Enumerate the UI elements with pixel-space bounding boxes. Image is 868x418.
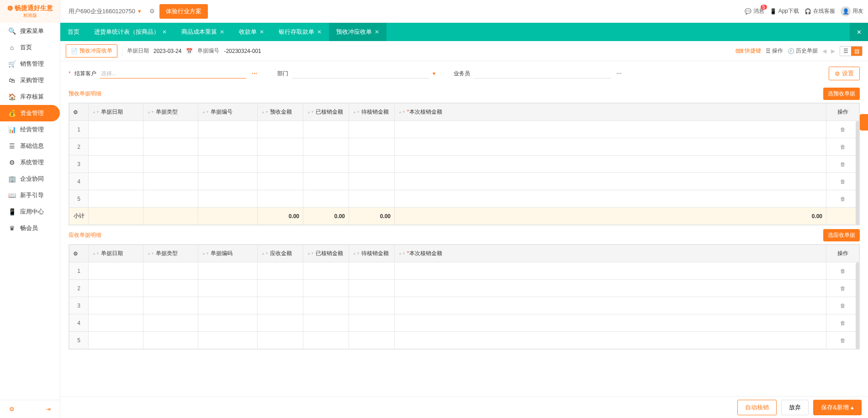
table-row[interactable]: 4🗑 (69, 314, 859, 332)
col-label: 已核销金额 (316, 250, 343, 256)
col-date[interactable]: ▲▼单据日期 (89, 245, 143, 262)
col-written[interactable]: ▲▼已核销金额 (303, 245, 349, 262)
close-icon[interactable]: ✕ (317, 29, 322, 35)
prev-icon[interactable]: ◀ (822, 48, 826, 54)
col-written[interactable]: ▲▼已核销金额 (303, 104, 349, 121)
sub-tab[interactable]: 📄预收冲应收单 (66, 44, 117, 57)
more-icon[interactable]: ⋯ (250, 70, 259, 77)
delete-icon[interactable]: 🗑 (826, 190, 859, 208)
chevron-down-icon[interactable]: ▾ (433, 70, 435, 77)
scrollbar[interactable] (856, 121, 859, 225)
col-type[interactable]: ▲▼单据类型 (143, 104, 198, 121)
messages-button[interactable]: 💬 消息 5 (745, 7, 764, 15)
trial-button[interactable]: 体验行业方案 (159, 4, 208, 19)
table-row[interactable]: 3🗑 (69, 156, 859, 173)
tab-cost-recalc[interactable]: 商品成本重算✕ (174, 23, 232, 41)
table-row[interactable]: 5🗑 (69, 332, 859, 349)
header-gear-icon[interactable]: ⚙ (149, 8, 155, 15)
delete-icon[interactable]: 🗑 (826, 332, 859, 349)
table-row[interactable]: 1🗑 (69, 121, 859, 138)
scrollbar[interactable] (856, 262, 859, 349)
sidebar-item-sales[interactable]: 🛒销售管理 (0, 56, 60, 72)
sidebar-item-purchase[interactable]: 🛍采购管理 (0, 72, 60, 89)
delete-icon[interactable]: 🗑 (826, 138, 859, 156)
close-all-tabs[interactable]: ✕ (850, 23, 868, 41)
side-handle[interactable] (860, 114, 868, 131)
delete-icon[interactable]: 🗑 (826, 262, 859, 280)
sidebar-item-appcenter[interactable]: 📱应用中心 (0, 204, 60, 220)
view-detail-button[interactable]: ▤ (851, 47, 862, 56)
delete-icon[interactable]: 🗑 (826, 121, 859, 138)
org-selector[interactable]: 用户690企业1660120750 ▾ (65, 7, 145, 16)
subtotal-prepay: 0.00 (258, 208, 303, 225)
service-button[interactable]: 🎧在线客服 (804, 7, 835, 15)
table-row[interactable]: 3🗑 (69, 297, 859, 314)
col-receivable[interactable]: ▲▼应收金额 (258, 245, 303, 262)
discard-button[interactable]: 放弃 (781, 400, 809, 415)
sidebar-item-stock[interactable]: 🏠库存核算 (0, 89, 60, 105)
calendar-icon[interactable]: 📅 (186, 48, 193, 54)
sidebar-item-biz[interactable]: 📊经营管理 (0, 121, 60, 138)
select-prepay-button[interactable]: 选预收单据 (823, 88, 860, 100)
sort-icon: ▲▼ (398, 252, 406, 255)
subtotal-written: 0.00 (303, 208, 349, 225)
close-icon[interactable]: ✕ (259, 29, 264, 35)
settings-button[interactable]: ⚙设置 (829, 67, 860, 80)
col-code[interactable]: ▲▼单据编号 (198, 104, 258, 121)
delete-icon[interactable]: 🗑 (826, 314, 859, 332)
sidebar-item-home[interactable]: ⌂首页 (0, 39, 60, 56)
tab-receipt[interactable]: 收款单✕ (232, 23, 271, 41)
close-icon[interactable]: ✕ (220, 29, 224, 35)
sidebar-item-coop[interactable]: 🏢企业协同 (0, 171, 60, 187)
staff-input[interactable] (474, 69, 611, 78)
col-type[interactable]: ▲▼单据类型 (143, 245, 198, 262)
more-icon[interactable]: ⋯ (614, 70, 624, 77)
sidebar-item-base[interactable]: ☰基础信息 (0, 138, 60, 154)
sidebar-item-guide[interactable]: 📖新手引导 (0, 187, 60, 204)
table-gear[interactable]: ⚙ (69, 104, 89, 121)
app-download-button[interactable]: 📱App下载 (770, 7, 799, 15)
sidebar-item-sys[interactable]: ⚙系统管理 (0, 154, 60, 171)
sidebar-item-search[interactable]: 🔍搜索菜单 (0, 23, 60, 39)
col-pending[interactable]: ▲▼待核销金额 (349, 104, 395, 121)
col-pending[interactable]: ▲▼待核销金额 (349, 245, 395, 262)
auto-writeoff-button[interactable]: 自动核销 (737, 400, 777, 415)
table-row[interactable]: 2🗑 (69, 280, 859, 297)
tab-prepay-offset[interactable]: 预收冲应收单✕ (329, 23, 386, 41)
next-icon[interactable]: ▶ (831, 48, 835, 54)
table-row[interactable]: 1🗑 (69, 262, 859, 280)
table-row[interactable]: 4🗑 (69, 173, 859, 190)
date-value[interactable]: 2023-03-24 (153, 48, 181, 54)
customer-input[interactable] (100, 69, 246, 78)
collapse-icon[interactable]: ⇥ (46, 406, 51, 413)
save-button[interactable]: 保存&新增▴ (813, 400, 862, 415)
nav-label: 资金管理 (20, 109, 44, 117)
select-receivable-button[interactable]: 选应收单据 (823, 229, 860, 241)
delete-icon[interactable]: 🗑 (826, 173, 859, 190)
col-date[interactable]: ▲▼单据日期 (89, 104, 143, 121)
user-menu[interactable]: 👤用友 (841, 6, 863, 16)
view-list-button[interactable]: ☰ (840, 47, 851, 56)
col-code[interactable]: ▲▼单据编码 (198, 245, 258, 262)
col-prepay[interactable]: ▲▼预收金额 (258, 104, 303, 121)
sidebar-item-fund[interactable]: 💰资金管理 (0, 105, 60, 121)
table-row[interactable]: 5🗑 (69, 190, 859, 208)
table-gear[interactable]: ⚙ (69, 245, 89, 262)
delete-icon[interactable]: 🗑 (826, 280, 859, 297)
delete-icon[interactable]: 🗑 (826, 297, 859, 314)
shortcut-link[interactable]: ⌨快捷键 (736, 47, 761, 55)
close-icon[interactable]: ✕ (375, 29, 379, 35)
col-current[interactable]: ▲▼*本次核销金额 (395, 104, 826, 121)
tab-home[interactable]: 首页 (60, 23, 87, 41)
tab-bank[interactable]: 银行存取款单✕ (271, 23, 329, 41)
sidebar-item-member[interactable]: ♛畅会员 (0, 220, 60, 236)
history-link[interactable]: 🕘历史单据 (788, 47, 818, 55)
table-row[interactable]: 2🗑 (69, 138, 859, 156)
close-icon[interactable]: ✕ (162, 29, 167, 35)
delete-icon[interactable]: 🗑 (826, 156, 859, 173)
settings-icon[interactable]: ⚙ (9, 406, 15, 413)
tab-purchase-stats[interactable]: 进货单统计表（按商品）✕ (87, 23, 174, 41)
col-current[interactable]: ▲▼*本次核销金额 (395, 245, 826, 262)
operate-link[interactable]: ☰操作 (766, 47, 783, 55)
dept-input[interactable] (292, 69, 429, 78)
